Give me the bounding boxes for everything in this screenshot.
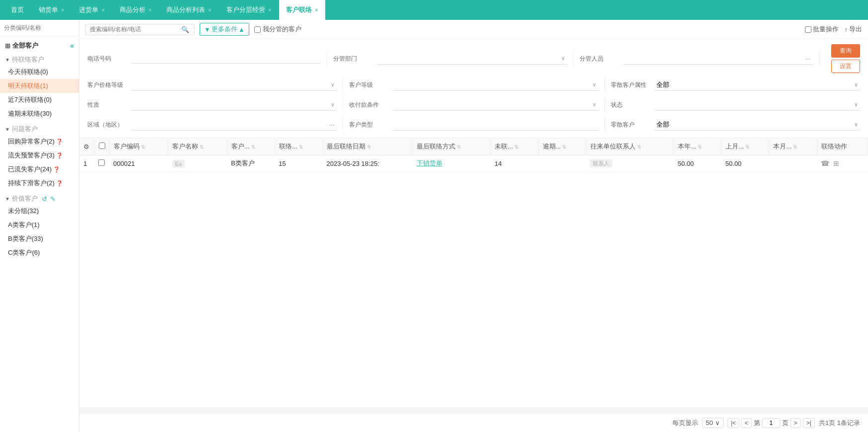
nav-sales-order[interactable]: 销货单 × xyxy=(32,0,71,20)
payment-select[interactable]: ∨ xyxy=(393,99,598,111)
sidebar-week-contact[interactable]: 近7天待联络(0) xyxy=(0,93,79,107)
batch-op-check[interactable] xyxy=(805,26,811,33)
nature-field: 性质 ∨ xyxy=(87,97,337,113)
th-contact-person[interactable]: 往来单位联系人 ⇅ xyxy=(586,138,673,155)
close-sales-order-icon[interactable]: × xyxy=(61,7,64,13)
settings-icon[interactable]: ⚙ xyxy=(83,143,89,150)
triangle-icon: ▼ xyxy=(5,57,10,63)
cust-price-select[interactable]: ∨ xyxy=(131,79,337,91)
close-customer-contact-icon[interactable]: × xyxy=(315,7,318,13)
region-select[interactable]: ··· xyxy=(131,119,337,131)
sidebar-b-class[interactable]: B类客户(33) xyxy=(0,232,79,246)
th-uncontacted[interactable]: 未联... ⇅ xyxy=(491,138,538,155)
page-number-input[interactable] xyxy=(762,418,780,428)
collapse-sidebar-icon[interactable]: « xyxy=(70,42,74,50)
cust-level-select[interactable]: ∨ xyxy=(393,79,598,91)
sidebar-overdue-contact[interactable]: 逾期未联络(30) xyxy=(0,107,79,121)
sidebar-all-customers[interactable]: ⊞ 全部客户 « xyxy=(0,38,79,53)
last-method-link[interactable]: 下销货单 xyxy=(417,159,442,167)
cell-checkbox[interactable] xyxy=(94,155,109,172)
cust-price-field: 客户价格等级 ∨ xyxy=(87,77,337,93)
sidebar-today-contact[interactable]: 今天待联络(0) xyxy=(0,65,79,79)
sidebar-continuous-decline[interactable]: 持续下滑客户(2) ❓ xyxy=(0,176,79,190)
phone-input[interactable] xyxy=(131,54,321,64)
sidebar-c-class[interactable]: C类客户(6) xyxy=(0,246,79,260)
cust-level-arrow-icon: ∨ xyxy=(592,81,596,88)
help-icon: ❓ xyxy=(56,139,63,144)
sidebar-search-input[interactable] xyxy=(4,24,78,31)
nav-purchase-order[interactable]: 进货单 × xyxy=(72,0,111,20)
action-more-icon[interactable]: ⊞ xyxy=(833,159,839,167)
close-customer-stratification-icon[interactable]: × xyxy=(268,7,271,13)
batch-op-btn[interactable]: 批量操作 xyxy=(805,25,839,34)
nav-customer-contact[interactable]: 客户联络 × xyxy=(279,0,325,20)
cell-last-method[interactable]: 下销货单 xyxy=(413,155,491,172)
row-checkbox[interactable] xyxy=(98,159,105,166)
close-product-analysis-icon[interactable]: × xyxy=(148,7,151,13)
nav-customer-stratification[interactable]: 客户分层经营 × xyxy=(219,0,278,20)
close-purchase-order-icon[interactable]: × xyxy=(101,7,104,13)
last-page-btn[interactable]: >| xyxy=(803,418,815,428)
nature-select[interactable]: ∨ xyxy=(131,99,337,111)
action-phone-icon[interactable]: ☎ xyxy=(821,159,829,167)
region-field: 区域（地区） ··· xyxy=(87,117,337,133)
th-code[interactable]: 客户编码 ⇅ xyxy=(109,138,168,155)
th-last-method[interactable]: 最后联络方式 ⇅ xyxy=(413,138,491,155)
sort-type-icon: ⇅ xyxy=(251,144,255,149)
sidebar-ungrouped[interactable]: 未分组(32) xyxy=(0,204,79,218)
th-this-year[interactable]: 本年... ⇅ xyxy=(674,138,722,155)
dept-select[interactable]: ∨ xyxy=(377,53,567,65)
edit-icon[interactable]: ✎ xyxy=(50,195,56,203)
retail-select[interactable]: 全部 ∨ xyxy=(654,119,860,131)
cust-level-field: 客户等级 ∨ xyxy=(349,77,598,93)
horizontal-scrollbar[interactable] xyxy=(79,407,868,413)
my-customers-check[interactable] xyxy=(254,26,261,33)
nav-product-analysis[interactable]: 商品分析 × xyxy=(113,0,158,20)
cust-type-select[interactable] xyxy=(393,119,598,131)
th-overdue[interactable]: 逾期... ⇅ xyxy=(538,138,586,155)
search-box[interactable]: 🔍 xyxy=(85,24,195,35)
refresh-icon[interactable]: ↺ xyxy=(42,195,47,203)
th-contact[interactable]: 联络... ⇅ xyxy=(275,138,322,155)
sidebar-content: ⊞ 全部客户 « ▼ 待联络客户 今天待联络(0) 明天待联络(1) 近7天待联… xyxy=(0,36,79,432)
query-button[interactable]: 查询 xyxy=(831,44,860,58)
my-customers-checkbox[interactable]: 我分管的客户 xyxy=(254,25,301,34)
sidebar-lost-warning[interactable]: 流失预警客户(3) ❓ xyxy=(0,148,79,162)
page-size-select[interactable]: 50 ∨ xyxy=(702,418,723,428)
help-icon3: ❓ xyxy=(53,166,60,172)
th-this-month[interactable]: 本月... ⇅ xyxy=(769,138,817,155)
select-all-checkbox[interactable] xyxy=(99,143,105,149)
next-page-btn[interactable]: > xyxy=(791,418,801,428)
sidebar-tomorrow-contact[interactable]: 明天待联络(1) xyxy=(0,79,79,93)
sort-this-month-icon: ⇅ xyxy=(793,144,797,149)
search-icon[interactable]: 🔍 xyxy=(181,26,189,33)
dept-field: 分管部门 ∨ xyxy=(333,51,567,67)
filter-bar-right: 批量操作 ↑ 导出 xyxy=(805,25,863,34)
search-input[interactable] xyxy=(90,26,179,33)
cell-last-date: 2023-05-23 18:25: xyxy=(323,155,413,172)
export-btn[interactable]: ↑ 导出 xyxy=(845,25,863,34)
settings-button[interactable]: 设置 xyxy=(831,60,860,73)
value-customers-label[interactable]: ▼ 价值客户 ↺ ✎ xyxy=(0,192,79,204)
nav-product-analysis-list[interactable]: 商品分析列表 × xyxy=(159,0,218,20)
th-type[interactable]: 客户... ⇅ xyxy=(227,138,275,155)
problem-customers-label[interactable]: ▼ 问题客户 xyxy=(0,123,79,135)
person-select[interactable]: ··· xyxy=(623,53,813,65)
th-name[interactable]: 客户名称 ⇅ xyxy=(168,138,227,155)
close-product-analysis-list-icon[interactable]: × xyxy=(208,7,211,13)
th-last-month[interactable]: 上月... ⇅ xyxy=(722,138,769,155)
first-page-btn[interactable]: |< xyxy=(727,418,739,428)
sidebar-a-class[interactable]: A类客户(1) xyxy=(0,218,79,232)
cell-actions: ☎ ⊞ xyxy=(817,155,868,172)
sidebar-repurchase-anomaly[interactable]: 回购异常客户(2) ❓ xyxy=(0,135,79,148)
status-select[interactable]: ∨ xyxy=(654,99,860,111)
th-settings[interactable]: ⚙ xyxy=(79,138,94,155)
more-conditions-btn[interactable]: ▼ 更多条件 ▲ xyxy=(200,23,249,36)
cell-this-year: 50.00 xyxy=(674,155,722,172)
nav-home[interactable]: 首页 xyxy=(4,0,31,20)
sidebar-already-lost[interactable]: 已流失客户(24) ❓ xyxy=(0,162,79,176)
pending-contact-label[interactable]: ▼ 待联络客户 xyxy=(0,53,79,65)
retail-attr-select[interactable]: 全部 ∨ xyxy=(654,79,860,91)
prev-page-btn[interactable]: < xyxy=(741,418,752,428)
th-last-date[interactable]: 最后联络日期 ⇅ xyxy=(323,138,413,155)
